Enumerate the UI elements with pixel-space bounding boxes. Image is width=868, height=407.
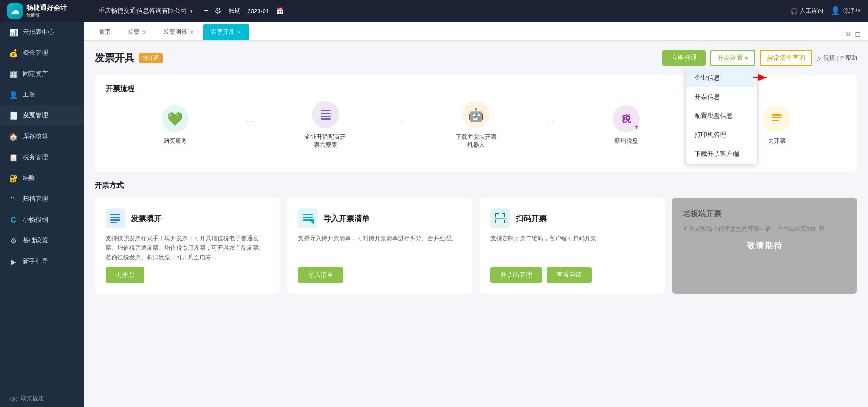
process-step-buy: 💚 购买服务	[106, 105, 245, 145]
settings-button[interactable]: 开票设置 ▾	[710, 50, 755, 66]
scan-invoice-name: 扫码开票	[516, 213, 547, 224]
svg-rect-2	[321, 110, 331, 111]
video-help-area: ▷ 视频 | ? 帮助	[817, 54, 857, 62]
invoice-icon: 🧾	[9, 111, 18, 120]
tab-invoice-test[interactable]: 发票测算 ✕	[156, 24, 201, 40]
tab-home[interactable]: 首页	[91, 24, 118, 40]
inventory-icon: 🏠	[9, 132, 18, 141]
view-apply-button[interactable]: 查看申请	[547, 267, 592, 283]
user-avatar-icon: 👤	[830, 6, 840, 16]
sidebar-bottom-action[interactable]: ◁◁ 取消固定	[0, 390, 84, 407]
video-label[interactable]: 视频	[823, 54, 835, 62]
support-button[interactable]: 🎧 人工咨询	[791, 7, 823, 15]
scan-buttons: 开票码管理 查看申请	[490, 267, 654, 283]
process-step-download: 🤖 下载并安装开票机器人	[406, 101, 545, 149]
svg-rect-12	[110, 222, 117, 223]
logo-name: 畅捷通好会计	[26, 4, 67, 11]
salary-icon: 👤	[9, 90, 18, 99]
fill-invoice-button[interactable]: 去开票	[106, 267, 144, 283]
go-invoice-icon	[763, 105, 790, 132]
help-label[interactable]: 帮助	[845, 54, 857, 62]
method-card-import: 导入开票清单 支持导入待开票清单，可对待开票清单进行拆分、合并处理。 导入清单	[287, 198, 472, 294]
sidebar-label-cloud-report: 云报表中心	[23, 28, 54, 36]
calendar-icon[interactable]: 📅	[276, 7, 284, 15]
tab-invoice-test-close[interactable]: ✕	[190, 29, 194, 35]
svg-rect-14	[303, 217, 313, 218]
download-label: 下载并安装开票机器人	[453, 133, 499, 149]
method-card-fill: 发票填开 支持按照发票样式手工填开发票；可开具增值税电子普通发票、增值税普通发票…	[95, 198, 280, 294]
svg-rect-13	[303, 214, 313, 215]
tab-close-icon[interactable]: ✕	[845, 30, 851, 39]
sidebar-item-expense[interactable]: C 小畅报销	[0, 209, 84, 230]
svg-rect-22	[495, 220, 496, 223]
header-actions: 立即开通 开票设置 ▾ 异常清单查询 ▷ 视频 | ? 帮助	[662, 50, 857, 66]
tab-invoice-close[interactable]: ✕	[142, 29, 146, 35]
headset-icon: 🎧	[791, 8, 798, 15]
fill-invoice-icon	[106, 208, 125, 228]
overlay-content: 敬请期待	[747, 240, 783, 251]
method-card-boss: 老板端开票 查看老板端小程序提交的开票申请，并作出相应的处理 敬请期待	[672, 198, 857, 294]
sidebar-label-expense: 小畅报销	[23, 216, 48, 224]
scan-invoice-icon	[490, 208, 510, 228]
play-icon[interactable]: ▷	[817, 55, 821, 62]
printer-label: 打印机管理	[695, 131, 726, 138]
process-step-config: 企业开通配置开票六要素	[256, 101, 395, 149]
import-invoice-button[interactable]: 导入清单	[298, 267, 343, 283]
tab-invoice-test-label: 发票测算	[163, 28, 187, 36]
import-card-header: 导入开票清单	[298, 208, 461, 228]
sidebar-item-fund[interactable]: 💰 资金管理	[0, 43, 84, 63]
tab-invoice[interactable]: 发票 ✕	[120, 24, 154, 40]
sidebar-item-inventory[interactable]: 🏠 库存核算	[0, 126, 84, 147]
sidebar-item-cloud-report[interactable]: 📊 云报表中心	[0, 22, 84, 43]
dropdown-item-invoice-info[interactable]: 开票信息	[686, 87, 757, 107]
sidebar-item-checkout[interactable]: 🔐 结账	[0, 168, 84, 189]
user-area[interactable]: 👤 徐泽华	[830, 6, 861, 16]
company-info-label: 企业信息	[695, 74, 720, 81]
download-icon: 🤖	[462, 101, 489, 128]
sidebar-item-salary[interactable]: 👤 工资	[0, 84, 84, 105]
fill-invoice-desc: 支持按照发票样式手工填开发票；可开具增值税电子普通发票、增值税普通发票、增值税专…	[106, 234, 269, 262]
svg-rect-4	[321, 116, 331, 117]
methods-grid: 发票填开 支持按照发票样式手工填开发票；可开具增值税电子普通发票、增值税普通发票…	[95, 198, 857, 294]
activate-button[interactable]: 立即开通	[662, 50, 706, 66]
sidebar-item-settings[interactable]: ⚙ 基础设置	[0, 230, 84, 251]
company-selector[interactable]: 重庆畅捷交通信息咨询有限公司 ▾	[98, 7, 193, 15]
svg-rect-5	[321, 118, 331, 120]
sidebar-item-invoice[interactable]: 🧾 发票管理	[0, 105, 84, 126]
sidebar-item-archive[interactable]: 🗂 归档管理	[0, 189, 84, 209]
sidebar-label-archive: 归档管理	[23, 195, 48, 203]
fund-icon: 💰	[9, 48, 18, 58]
sidebar-item-asset[interactable]: 🏢 固定资产	[0, 63, 84, 84]
dropdown-item-download-client[interactable]: 下载开票客户端	[686, 145, 757, 164]
boss-overlay: 敬请期待	[672, 198, 857, 294]
logo-sub: 旗舰版	[26, 12, 67, 19]
page-title: 发票开具	[95, 51, 134, 65]
period-value[interactable]: 2023-01	[248, 8, 269, 15]
sidebar-item-guide[interactable]: ▶ 新手引导	[0, 251, 84, 272]
svg-rect-11	[110, 219, 120, 221]
dropdown-item-tax-config[interactable]: 配置税盘信息	[686, 107, 757, 126]
period-label: 账期	[229, 7, 240, 15]
scan-invoice-desc: 支持定制开票二维码，客户端可扫码开票	[490, 234, 654, 262]
settings-icon[interactable]: ⚙	[214, 6, 221, 16]
add-button[interactable]: +	[204, 6, 209, 16]
overlay-text: 敬请期待	[747, 240, 783, 251]
dropdown-item-printer[interactable]: 打印机管理	[686, 126, 757, 145]
svg-rect-24	[504, 220, 505, 223]
fill-invoice-name: 发票填开	[131, 213, 162, 224]
abnormal-button[interactable]: 异常清单查询	[760, 50, 812, 66]
archive-icon: 🗂	[9, 194, 18, 204]
svg-rect-7	[772, 117, 782, 118]
unpin-label: 取消固定	[21, 394, 44, 402]
sidebar-label-tax: 税务管理	[23, 153, 48, 161]
svg-rect-9	[110, 214, 120, 215]
tab-expand-icon[interactable]: ⊡	[855, 30, 861, 39]
qrcode-manage-button[interactable]: 开票码管理	[490, 267, 542, 283]
dropdown-item-company-info[interactable]: 企业信息	[686, 68, 757, 87]
red-arrow	[753, 72, 771, 83]
settings-button-label: 开票设置	[718, 54, 743, 62]
sidebar-item-tax[interactable]: 📋 税务管理	[0, 147, 84, 168]
scan-card-header: 扫码开票	[490, 208, 654, 228]
tab-invoice-issue-close[interactable]: ✕	[237, 29, 241, 35]
tab-invoice-issue[interactable]: 发票开具 ✕	[203, 24, 249, 40]
